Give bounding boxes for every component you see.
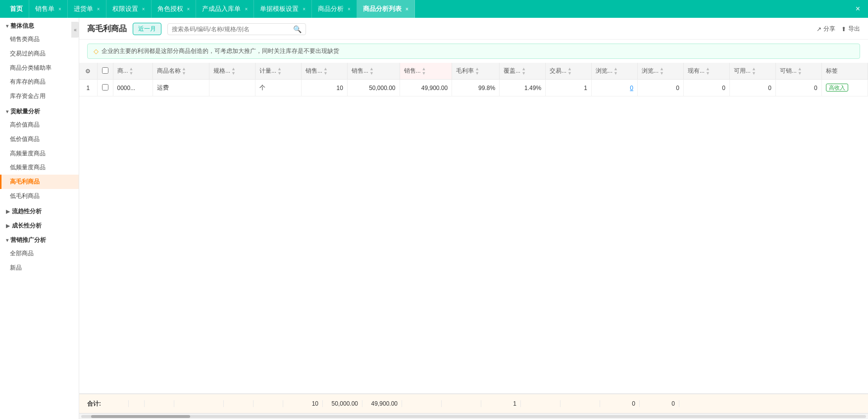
sort-icon-sales-amount[interactable]: ▲▼ xyxy=(369,67,374,75)
tab-permission[interactable]: 权限设置 × xyxy=(106,0,152,18)
sort-icon-transactions[interactable]: ▲▼ xyxy=(567,67,572,75)
close-analysis-list-tab[interactable]: × xyxy=(406,6,408,12)
cell-checkbox xyxy=(97,80,113,96)
sidebar-item-high-value[interactable]: 高价值商品 xyxy=(0,118,79,132)
filter-recent-month-button[interactable]: 近一月 xyxy=(133,23,161,35)
sidebar-item-all-goods[interactable]: 全部商品 xyxy=(0,246,79,261)
col-coverage: 覆盖... ▲▼ xyxy=(500,63,546,80)
footer-spacer-2 xyxy=(129,400,145,407)
sidebar-collapse-button[interactable]: « xyxy=(71,22,79,38)
sort-icon-saleable[interactable]: ▲▼ xyxy=(798,67,802,75)
sidebar-item-stocked-goods[interactable]: 有库存的商品 xyxy=(0,75,79,89)
sidebar-item-traded-goods[interactable]: 交易过的商品 xyxy=(0,47,79,61)
close-production-tab[interactable]: × xyxy=(245,6,248,12)
sidebar-item-high-freq[interactable]: 高频量度商品 xyxy=(0,146,79,161)
tab-template[interactable]: 单据模板设置 × xyxy=(254,0,312,18)
close-analysis-tab[interactable]: × xyxy=(348,6,351,12)
close-sales-tab[interactable]: × xyxy=(58,6,61,12)
tab-production[interactable]: 产成品入库单 × xyxy=(196,0,254,18)
sort-icon-available[interactable]: ▲▼ xyxy=(752,67,756,75)
sidebar-item-capital-occupy[interactable]: 库存资金占用 xyxy=(0,89,79,103)
tab-purchase[interactable]: 进货单 × xyxy=(68,0,106,18)
data-table: ⚙ 商... ▲▼ 商品名称 xyxy=(79,63,868,96)
sidebar-group-overall[interactable]: ▾ 整体信息 xyxy=(0,18,79,32)
row-checkbox[interactable] xyxy=(102,84,108,91)
sort-icon-browse1[interactable]: ▲▼ xyxy=(613,67,618,75)
col-saleable: 可销... ▲▼ xyxy=(775,63,821,80)
sidebar: « ▾ 整体信息 销售类商品 交易过的商品 商品分类辅助率 有库存的商品 库存资… xyxy=(0,18,79,419)
sidebar-group-trend[interactable]: ▶ 流趋性分析 xyxy=(0,203,79,218)
footer-spacer-4 xyxy=(174,400,224,407)
close-purchase-tab[interactable]: × xyxy=(97,6,100,12)
arrow-down-icon: ▾ xyxy=(6,23,8,29)
share-button[interactable]: ↗ 分享 xyxy=(817,25,835,33)
col-checkbox xyxy=(97,63,113,80)
sidebar-item-low-margin[interactable]: 低毛利商品 xyxy=(0,189,79,203)
page-title: 高毛利商品 xyxy=(87,24,127,34)
close-permission-tab[interactable]: × xyxy=(142,6,145,12)
sort-icon-coverage[interactable]: ▲▼ xyxy=(521,67,526,75)
horizontal-scrollbar[interactable] xyxy=(79,413,868,419)
footer-margin-rate xyxy=(402,400,442,407)
sidebar-item-low-freq[interactable]: 低频量度商品 xyxy=(0,160,79,175)
footer-current-stock: 0 xyxy=(600,400,640,407)
sort-icon-browse2[interactable]: ▲▼ xyxy=(660,67,664,75)
cell-saleable: 0 xyxy=(775,80,821,96)
sort-icon-spec[interactable]: ▲▼ xyxy=(231,67,236,75)
sort-icon-sales-profit[interactable]: ▲▼ xyxy=(422,67,426,75)
window-close-button[interactable]: × xyxy=(852,4,864,13)
sidebar-group-growth[interactable]: ▶ 成长性分析 xyxy=(0,218,79,232)
sort-icon-name[interactable]: ▲▼ xyxy=(182,67,186,75)
cell-current-stock: 0 xyxy=(683,80,729,96)
data-table-wrapper[interactable]: ⚙ 商... ▲▼ 商品名称 xyxy=(79,63,868,393)
col-name: 商品名称 ▲▼ xyxy=(153,63,209,80)
sidebar-group-marketing[interactable]: ▾ 营销推广分析 xyxy=(0,232,79,246)
footer-available: 0 xyxy=(640,400,679,407)
sort-icon-sales-qty[interactable]: ▲▼ xyxy=(323,67,328,75)
col-transactions: 交易... ▲▼ xyxy=(546,63,592,80)
footer-coverage xyxy=(442,400,481,407)
scrollbar-track xyxy=(81,415,866,418)
table-header-row: ⚙ 商... ▲▼ 商品名称 xyxy=(79,63,868,80)
tab-home[interactable]: 首页 xyxy=(4,0,29,18)
cell-spec xyxy=(209,80,255,96)
tag-badge: 高收入 xyxy=(826,84,848,92)
tab-role[interactable]: 角色授权 × xyxy=(152,0,197,18)
sort-icon-margin-rate[interactable]: ▲▼ xyxy=(475,67,479,75)
sidebar-item-classification-assist[interactable]: 商品分类辅助率 xyxy=(0,61,79,75)
cell-available: 0 xyxy=(729,80,775,96)
close-role-tab[interactable]: × xyxy=(187,6,190,12)
col-settings[interactable]: ⚙ xyxy=(79,63,97,80)
export-button[interactable]: ⬆ 导出 xyxy=(841,25,860,33)
search-icon[interactable]: 🔍 xyxy=(293,25,302,33)
sidebar-group-treasure[interactable]: ▾ 贡献量分析 xyxy=(0,103,79,118)
cell-sales-qty: 10 xyxy=(301,80,347,96)
sort-icon-current-stock[interactable]: ▲▼ xyxy=(706,67,710,75)
cell-browse1[interactable]: 0 xyxy=(592,80,638,96)
cell-sales-amount: 50,000.00 xyxy=(347,80,400,96)
scrollbar-thumb[interactable] xyxy=(91,415,190,418)
footer-label: 合计: xyxy=(87,400,101,408)
sidebar-item-sales-goods[interactable]: 销售类商品 xyxy=(0,32,79,47)
col-current-stock: 现有... ▲▼ xyxy=(683,63,729,80)
sidebar-item-new-goods[interactable]: 新品 xyxy=(0,261,79,275)
sidebar-item-high-margin[interactable]: 高毛利商品 xyxy=(0,175,79,189)
search-input[interactable] xyxy=(172,26,290,33)
cell-tag: 高收入 xyxy=(821,80,868,96)
sidebar-item-low-value[interactable]: 低价值商品 xyxy=(0,132,79,146)
cell-browse2: 0 xyxy=(637,80,683,96)
sort-icon-code[interactable]: ▲▼ xyxy=(129,67,134,75)
settings-icon[interactable]: ⚙ xyxy=(85,68,91,75)
select-all-checkbox[interactable] xyxy=(102,67,108,74)
tab-analysis[interactable]: 商品分析 × xyxy=(312,0,357,18)
tab-analysis-list[interactable]: 商品分析列表 × xyxy=(357,0,415,18)
sort-icon-unit[interactable]: ▲▼ xyxy=(277,67,282,75)
close-template-tab[interactable]: × xyxy=(303,6,306,12)
tab-sales[interactable]: 销售单 × xyxy=(29,0,68,18)
search-box: 🔍 xyxy=(167,23,306,35)
export-icon: ⬆ xyxy=(841,26,846,33)
footer-sales-qty: 10 xyxy=(283,400,323,407)
arrow-down-icon-3: ▾ xyxy=(6,237,8,243)
main-layout: « ▾ 整体信息 销售类商品 交易过的商品 商品分类辅助率 有库存的商品 库存资… xyxy=(0,18,868,419)
cell-coverage: 1.49% xyxy=(500,80,546,96)
